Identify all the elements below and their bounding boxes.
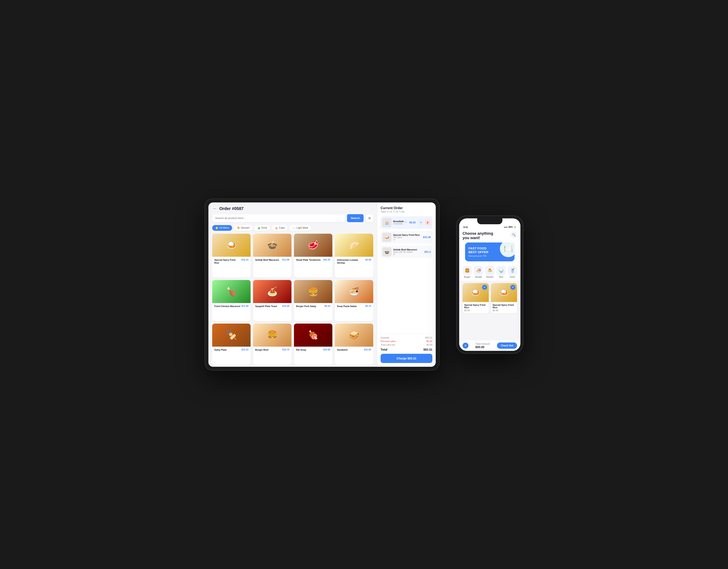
food-card-4[interactable]: 🥟 Indonesian Lumpia Shrimp $6.98 (335, 234, 373, 278)
subtotal-value: $93.31 (425, 336, 432, 339)
dessert-cat-icon: 🍮 (485, 266, 494, 275)
order-items: 🧁 Breadtalk With Foam Chocolate $9.45 ✏ … (381, 216, 432, 331)
drink-cat-icon: 🥤 (508, 266, 517, 275)
subtotal-row: Subtotal $93.31 (381, 336, 432, 339)
search-input-wrap[interactable] (212, 214, 345, 222)
charge-button[interactable]: Charge $93.31 (381, 354, 432, 363)
food-grid: 🍛 Special Spicy Fried Rice $16.23 🍲 Sebl… (212, 234, 373, 365)
food-card-img-1: 🍛 (212, 234, 251, 257)
phone-food-card-1[interactable]: 🍛 + Special Spicy Fried Rice $6.98 (463, 283, 489, 313)
checkout-button[interactable]: Check Out (497, 342, 517, 349)
search-button[interactable]: Search (347, 214, 364, 222)
food-price-12: $12.60 (364, 348, 371, 351)
phone-header: Choose anythingyou want! 🔍 (459, 229, 520, 243)
phone-add-btn-1[interactable]: + (482, 285, 487, 290)
food-card-3[interactable]: 🥩 Steak Plate Tenderloin $40.35 (294, 234, 332, 278)
food-name-4: Indonesian Lumpia Shrimp (337, 259, 364, 265)
order-item-3: 🍲 Seblak Beef Macaroni Spicy with 10 Chi… (381, 246, 432, 258)
food-card-body-12: Sandwich $12.60 (335, 347, 373, 353)
header-row: ← Order #0587 (212, 206, 373, 211)
food-card-2[interactable]: 🍲 Seblak Beef Macaroni $12.98 (253, 234, 291, 278)
food-name-3: Steak Plate Tenderloin (296, 259, 322, 261)
category-cake[interactable]: 🎂 Cake (272, 225, 288, 231)
phone-food-card-2[interactable]: 🍛 + Special Spicy Fried Rice $6.98 (491, 283, 517, 313)
phone-food-name-1: Special Spicy Fried Rice (464, 304, 487, 309)
category-light-meal[interactable]: 🍽️ Light Meal (289, 225, 311, 231)
category-dessert[interactable]: 🍮 Dessert (234, 225, 252, 231)
phone-search-button[interactable]: 🔍 (510, 232, 517, 238)
food-name-2: Seblak Beef Macaroni (255, 259, 281, 261)
search-input[interactable] (215, 217, 342, 220)
order-item-name-3: Seblak Beef Macaroni (393, 248, 423, 251)
food-card-body-5: Fried Chicken Macaroni $11.89 (212, 303, 251, 309)
food-name-1: Special Spicy Fried Rice (214, 259, 241, 265)
food-name-11: Rib Soup (296, 348, 322, 351)
filter-button[interactable]: ⚙ (366, 215, 373, 222)
food-card-body-2: Seblak Beef Macaroni $12.98 (253, 257, 291, 263)
delete-button-1[interactable]: 🗑 (425, 220, 431, 226)
tablet-inner: ← Order #0587 Search ⚙ ⭐ All Menu (208, 203, 436, 367)
food-card-body-4: Indonesian Lumpia Shrimp $6.98 (335, 257, 373, 266)
food-card-8[interactable]: 🍜 Soup Pasta Italian $5.75 (335, 280, 373, 321)
food-card-1[interactable]: 🍛 Special Spicy Fried Rice $16.23 (212, 234, 251, 278)
food-name-6: Spagetti Plate Toast (255, 305, 281, 308)
phone-add-btn-2[interactable]: + (510, 285, 515, 290)
food-card-5[interactable]: 🍗 Fried Chicken Macaroni $11.89 (212, 280, 251, 321)
drink-icon: 🧃 (257, 226, 260, 230)
noodle-cat-icon: 🍜 (474, 266, 483, 275)
total-amount-section: Total Amount $00.00 (475, 342, 490, 349)
food-card-body-7: Burger Pork Satay $6.43 (294, 303, 332, 309)
tablet-device: ← Order #0587 Search ⚙ ⭐ All Menu (205, 199, 439, 370)
food-card-img-3: 🥩 (294, 234, 332, 257)
phone-food-price-2: $6.98 (493, 309, 515, 311)
phone-cat-dessert[interactable]: 🍮 Dessert (485, 266, 494, 278)
food-card-body-3: Steak Plate Tenderloin $40.35 (294, 257, 332, 263)
category-dessert-label: Dessert (241, 226, 250, 229)
food-card-7[interactable]: 🍔 Burger Pork Satay $6.43 (294, 280, 332, 321)
star-icon: ⭐ (215, 226, 218, 230)
dessert-icon: 🍮 (237, 226, 240, 230)
food-card-body-9: Satay Plate $10.23 (212, 347, 251, 353)
hero-subtitle: Discount up to 70% (468, 255, 488, 257)
food-name-9: Satay Plate (214, 348, 241, 351)
order-item-2: 🍛 Special Spicy Fried Rice Not Spicy 2x … (381, 231, 432, 244)
phone-food-body-1: Special Spicy Fried Rice $6.98 (463, 302, 489, 313)
edit-button-1[interactable]: ✏ (418, 220, 424, 226)
order-item-img-2: 🍛 (382, 233, 391, 242)
food-card-img-10: 🍔 (253, 323, 291, 347)
food-card-11[interactable]: 🍖 Rib Soup $10.98 (294, 323, 332, 365)
food-card-img-6: 🍝 (253, 280, 291, 303)
phone-status-bar: 9:41 ●●● WiFi 🔋 (459, 224, 520, 229)
phone-food-name-2: Special Spicy Fried Rice (493, 304, 515, 309)
food-card-img-8: 🍜 (335, 280, 373, 303)
phone-cat-burger[interactable]: 🍔 Burger (463, 266, 472, 278)
category-drink[interactable]: 🧃 Drink (254, 225, 270, 231)
hero-text: FAST FOODBEST OFFER Discount up to 70% (468, 247, 488, 257)
food-card-body-11: Rib Soup $10.98 (294, 347, 332, 353)
food-card-6[interactable]: 🍝 Spagetti Plate Toast $15.46 (253, 280, 291, 321)
food-card-9[interactable]: 🍢 Satay Plate $10.23 (212, 323, 251, 365)
order-item-sub-3: Spicy with 10 Chilies (393, 251, 423, 253)
order-item-actions-1: ✏ 🗑 (418, 220, 431, 226)
food-price-1: $16.23 (241, 259, 248, 261)
phone-cat-noodle[interactable]: 🍜 Noodle (474, 266, 483, 278)
phone-food-price-1: $6.98 (464, 309, 487, 311)
order-item-name-1: Breadtalk With Foam (393, 220, 408, 223)
order-item-name-2: Special Spicy Fried Rice (393, 234, 421, 236)
food-card-12[interactable]: 🥪 Sandwich $12.60 (335, 323, 373, 365)
tax-label: Total sales tax (381, 343, 395, 346)
order-item-img-1: 🧁 (382, 218, 391, 227)
discount-value: -$5.00 (426, 340, 432, 342)
food-card-10[interactable]: 🍔 Burger Beef $16.75 (253, 323, 291, 365)
burger-cat-icon: 🍔 (463, 266, 472, 275)
food-price-6: $15.46 (282, 305, 289, 307)
food-price-7: $6.43 (324, 305, 330, 307)
order-panel-title: Current Order (381, 206, 432, 210)
food-name-12: Sandwich (337, 348, 363, 351)
category-all-menu[interactable]: ⭐ All Menu (212, 225, 232, 231)
back-button[interactable]: ← (212, 206, 217, 211)
category-cake-label: Cake (279, 226, 285, 229)
phone-cat-rice[interactable]: 🍚 Rice (497, 266, 506, 278)
phone-cat-drink[interactable]: 🥤 Drink (508, 266, 517, 278)
right-panel: Current Order Table (T-10, T-13, T-25) 🧁… (377, 203, 436, 367)
